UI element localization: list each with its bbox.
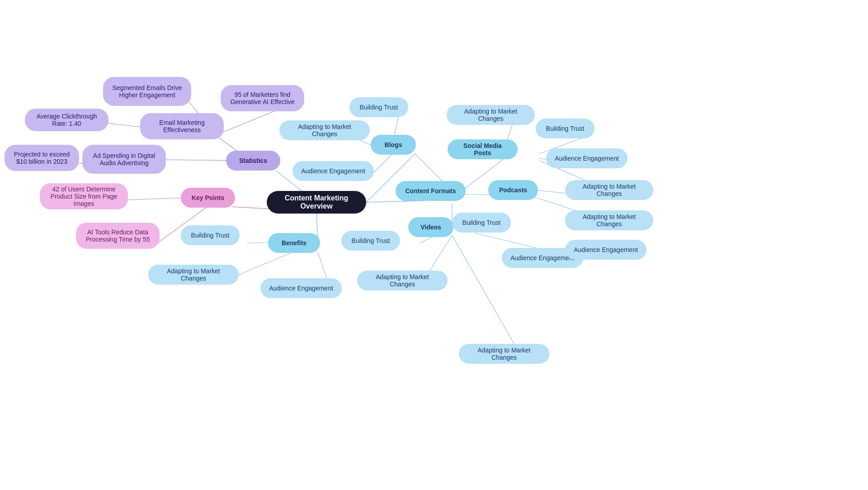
building-trust-benefits-label: Building Trust [191, 232, 230, 239]
podcasts-node[interactable]: Podcasts [488, 180, 538, 200]
ai-effective-label: 95 of Marketers find Generative AI Effec… [228, 91, 297, 105]
adapting-social-label: Adapting to Market Changes [454, 108, 528, 122]
social-media-node[interactable]: Social Media Posts [448, 139, 518, 159]
segmented-emails-label: Segmented Emails Drive Higher Engagement [110, 84, 184, 99]
center-node[interactable]: Content Marketing Overview [267, 191, 366, 214]
ai-effective-node[interactable]: 95 of Marketers find Generative AI Effec… [221, 85, 304, 111]
projected-node[interactable]: Projected to exceed $10 billion in 2023 [5, 145, 79, 171]
adapting-podcasts-label: Adapting to Market Changes [572, 213, 646, 228]
building-trust-videos2-label: Building Trust [462, 219, 501, 226]
avg-clickthrough-node[interactable]: Average Clickthrough Rate: 1.40 [25, 109, 108, 131]
email-marketing-node[interactable]: Email Marketing Effectiveness [140, 113, 224, 139]
podcasts-label: Podcasts [499, 186, 527, 194]
benefits-node[interactable]: Benefits [268, 233, 320, 253]
benefits-label: Benefits [282, 239, 307, 247]
building-trust-blogs-node[interactable]: Building Trust [349, 97, 408, 117]
audience-podcasts-label: Audience Engagement [574, 246, 638, 253]
adapting-benefits-node[interactable]: Adapting to Market Changes [148, 265, 239, 285]
building-trust-social-node[interactable]: Building Trust [536, 119, 594, 138]
ad-spending-label: Ad Spending in Digital Audio Advertising [90, 152, 159, 167]
adapting-podcasts-node[interactable]: Adapting to Market Changes [565, 210, 653, 230]
audience-social-label: Audience Engagement [555, 155, 619, 162]
audience-blogs-node[interactable]: Audience Engagement [292, 161, 374, 181]
email-marketing-label: Email Marketing Effectiveness [147, 119, 217, 133]
adapting-blogs-label: Adapting to Market Changes [287, 123, 363, 138]
adapting-videos-label: Adapting to Market Changes [364, 273, 440, 288]
avg-clickthrough-label: Average Clickthrough Rate: 1.40 [32, 113, 101, 127]
building-trust-videos2-node[interactable]: Building Trust [452, 213, 511, 233]
key-points-node[interactable]: Key Points [181, 188, 235, 208]
videos-node[interactable]: Videos [408, 217, 453, 237]
statistics-label: Statistics [239, 157, 267, 164]
adapting-blogs-node[interactable]: Adapting to Market Changes [279, 120, 370, 140]
audience-podcasts-node[interactable]: Audience Engagement [565, 240, 646, 260]
building-trust-blogs-label: Building Trust [360, 104, 398, 111]
content-formats-label: Content Formats [406, 187, 456, 195]
building-trust-videos-node[interactable]: Building Trust [341, 231, 400, 251]
adapting-market-bottom-node[interactable]: Adapting to Market Changes [459, 344, 549, 364]
projected-label: Projected to exceed $10 billion in 2023 [12, 151, 72, 165]
ai-tools-label: AI Tools Reduce Data Processing Time by … [83, 228, 152, 243]
social-media-label: Social Media Posts [455, 142, 510, 157]
audience-benefits-label: Audience Engagement [269, 285, 333, 292]
blogs-label: Blogs [385, 141, 402, 148]
videos-label: Videos [420, 224, 441, 231]
building-trust-videos-label: Building Trust [352, 237, 390, 244]
adapting-benefits-label: Adapting to Market Changes [156, 267, 231, 282]
ad-spending-node[interactable]: Ad Spending in Digital Audio Advertising [82, 145, 166, 174]
content-formats-node[interactable]: Content Formats [396, 181, 466, 201]
audience-benefits-node[interactable]: Audience Engagement [260, 278, 342, 298]
ai-tools-node[interactable]: AI Tools Reduce Data Processing Time by … [76, 223, 160, 249]
42-users-label: 42 of Users Determine Product Size from … [47, 186, 121, 207]
adapting-social2-node[interactable]: Adapting to Market Changes [565, 180, 653, 200]
building-trust-social-label: Building Trust [546, 125, 585, 132]
segmented-emails-node[interactable]: Segmented Emails Drive Higher Engagement [103, 77, 191, 106]
adapting-social-node[interactable]: Adapting to Market Changes [447, 105, 535, 125]
audience-blogs-label: Audience Engagement [301, 167, 365, 175]
adapting-videos-node[interactable]: Adapting to Market Changes [357, 271, 448, 290]
center-label: Content Marketing Overview [274, 194, 359, 210]
key-points-label: Key Points [192, 194, 224, 201]
building-trust-benefits-node[interactable]: Building Trust [181, 225, 240, 245]
audience-social-node[interactable]: Audience Engagement [546, 148, 627, 168]
blogs-node[interactable]: Blogs [371, 135, 416, 155]
adapting-social2-label: Adapting to Market Changes [572, 183, 646, 197]
statistics-node[interactable]: Statistics [226, 151, 280, 171]
42-users-node[interactable]: 42 of Users Determine Product Size from … [40, 183, 128, 209]
audience-videos-label: Audience Engagement [510, 254, 575, 262]
adapting-market-bottom-label: Adapting to Market Changes [466, 347, 542, 361]
